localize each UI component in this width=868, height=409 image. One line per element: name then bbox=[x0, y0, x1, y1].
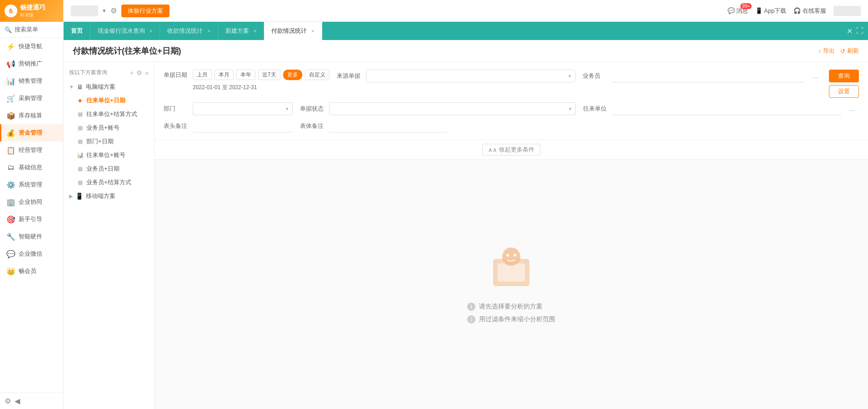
dept-select[interactable]: ▾ bbox=[193, 102, 293, 115]
staff-more-icon[interactable]: … bbox=[808, 72, 822, 80]
dept-filter-group: 部门 ▾ bbox=[164, 102, 293, 115]
sidebar-icon-wechat: 💬 bbox=[7, 250, 15, 258]
head-note-input[interactable] bbox=[193, 120, 293, 132]
desktop-section-arrow: ▼ bbox=[69, 84, 74, 90]
sidebar-item-member[interactable]: 👑 畅会员 bbox=[0, 263, 63, 280]
dept-label: 部门 bbox=[164, 105, 189, 113]
sidebar-icon-sales: 📊 bbox=[7, 77, 15, 85]
bank-flow-tab-label: 现金银行流水查询 bbox=[98, 27, 145, 35]
new-plan-tab-close[interactable]: × bbox=[254, 28, 256, 34]
sidebar-item-capital[interactable]: 💰 资金管理 bbox=[0, 124, 63, 141]
date-btn-this-month[interactable]: 本月 bbox=[215, 70, 234, 80]
plan-dept-date[interactable]: ▦ 部门+日期 bbox=[64, 135, 154, 148]
sidebar-item-inventory[interactable]: 📦 库存核算 bbox=[0, 107, 63, 124]
date-btn-this-year[interactable]: 本年 bbox=[236, 70, 255, 80]
collapse-arrow-icon: ∧∧ bbox=[488, 146, 497, 153]
sidebar-item-system[interactable]: ⚙️ 系统管理 bbox=[0, 176, 63, 193]
sidebar-icon-marketing: 📢 bbox=[7, 60, 15, 68]
mobile-section-label: 移动端方案 bbox=[86, 192, 115, 200]
header-settings-icon[interactable]: ⚙ bbox=[110, 6, 117, 15]
source-select[interactable]: ▾ bbox=[366, 70, 576, 82]
sidebar-icon-basic-info: 🗂 bbox=[7, 163, 15, 172]
body-note-input[interactable] bbox=[329, 120, 447, 132]
collapse-sidebar-icon[interactable]: ◀ bbox=[15, 397, 20, 405]
source-select-chevron: ▾ bbox=[569, 73, 571, 79]
plan-partner-account[interactable]: 📊 往来单位+账号 bbox=[64, 148, 154, 162]
sidebar-item-basic-info[interactable]: 🗂 基础信息 bbox=[0, 159, 63, 176]
sidebar-item-guide[interactable]: 🎯 新手引导 bbox=[0, 211, 63, 228]
settings-footer-icon[interactable]: ⚙ bbox=[5, 397, 11, 405]
sidebar-item-sales[interactable]: 📊 销售管理 bbox=[0, 72, 63, 90]
sidebar-item-operation[interactable]: 📋 经营管理 bbox=[0, 141, 63, 159]
online-service-btn[interactable]: 🎧 在线客服 bbox=[793, 7, 826, 15]
export-icon: ↑ bbox=[818, 48, 822, 55]
sidebar-item-quick-nav[interactable]: ⚡ 快捷导航 bbox=[0, 38, 63, 55]
tab-home[interactable]: 首页 bbox=[64, 22, 90, 40]
refresh-btn[interactable]: ↺ 刷新 bbox=[840, 47, 859, 55]
collapse-plan-icon[interactable]: « bbox=[145, 69, 149, 76]
sidebar-icon-enterprise: 🏢 bbox=[7, 198, 15, 206]
partner-more-icon[interactable]: … bbox=[845, 105, 859, 113]
sidebar-item-wechat[interactable]: 💬 企业微信 bbox=[0, 245, 63, 263]
voucher-status-select[interactable]: ▾ bbox=[329, 102, 576, 115]
user-avatar[interactable] bbox=[833, 6, 861, 16]
bank-flow-tab-close[interactable]: × bbox=[150, 28, 152, 34]
tab-new-plan[interactable]: 新建方案 × bbox=[218, 22, 264, 40]
query-btn[interactable]: 查询 bbox=[829, 70, 859, 82]
plan-partner-date[interactable]: ● 往来单位+日期 bbox=[64, 94, 154, 107]
staff-label: 业务员 bbox=[583, 72, 608, 80]
app-download-label: App下载 bbox=[764, 7, 786, 14]
date-btn-last-month[interactable]: 上月 bbox=[193, 70, 212, 80]
sidebar-label-operation: 经营管理 bbox=[19, 146, 42, 154]
mobile-section-header[interactable]: ▶ 📱 移动端方案 bbox=[64, 189, 154, 203]
date-btn-custom[interactable]: 自定义 bbox=[305, 70, 329, 80]
voucher-status-chevron: ▾ bbox=[569, 106, 572, 112]
date-btn-last-7days[interactable]: 近7天 bbox=[258, 70, 280, 80]
plan-staff-account[interactable]: ▦ 业务员+账号 bbox=[64, 121, 154, 135]
desktop-section-header[interactable]: ▼ 🖥 电脑端方案 bbox=[64, 80, 154, 94]
step-num-2: 2 bbox=[467, 315, 475, 323]
partner-input[interactable] bbox=[612, 102, 842, 115]
company-dropdown-icon[interactable]: ▾ bbox=[103, 7, 106, 14]
plan-icon-6: ▦ bbox=[76, 179, 84, 186]
refresh-icon: ↺ bbox=[840, 48, 845, 55]
export-btn[interactable]: ↑ 导出 bbox=[818, 47, 835, 55]
sidebar-icon-purchase: 🛒 bbox=[7, 94, 15, 102]
expand-tab-btn[interactable]: ⛶ bbox=[856, 27, 863, 35]
trial-btn[interactable]: 体验行业方案 bbox=[121, 5, 170, 17]
svg-rect-1 bbox=[498, 263, 525, 282]
payment-stats-tab-close[interactable]: × bbox=[311, 28, 314, 34]
date-filter-row: 单据日期 上月 本月 本年 近7天 更多 自定义 bbox=[164, 70, 329, 80]
plan-icon-3: ▦ bbox=[76, 138, 84, 145]
close-tab-btn[interactable]: ✕ bbox=[847, 27, 853, 35]
search-menu-item[interactable]: 🔍 搜索菜单 bbox=[0, 22, 63, 38]
staff-input[interactable] bbox=[612, 70, 804, 82]
filter-row-2: 部门 ▾ 单据状态 ▾ 往来单位 bbox=[164, 102, 859, 115]
collapse-more-btn[interactable]: ∧∧ 收起更多条件 bbox=[482, 144, 540, 156]
sidebar-item-hardware[interactable]: 🔧 智能硬件 bbox=[0, 228, 63, 245]
dept-chevron: ▾ bbox=[286, 106, 289, 112]
schema-query-label: 按以下方案查询 bbox=[69, 69, 107, 76]
partner-label: 往来单位 bbox=[583, 105, 609, 113]
tab-bank-flow[interactable]: 现金银行流水查询 × bbox=[90, 22, 160, 40]
plan-staff-settle[interactable]: ▦ 业务员+结算方式 bbox=[64, 176, 154, 189]
date-btn-more[interactable]: 更多 bbox=[283, 70, 302, 80]
message-badge-container[interactable]: 💬 消息 99+ bbox=[728, 7, 748, 15]
sidebar-item-marketing[interactable]: 📢 营销推广 bbox=[0, 55, 63, 72]
plan-partner-settle[interactable]: ▦ 往来单位+结算方式 bbox=[64, 107, 154, 121]
plan-icon-4: 📊 bbox=[76, 151, 84, 159]
tabs-bar: 首页 现金银行流水查询 × 收款情况统计 × 新建方案 × 付款情况统计 × ✕… bbox=[64, 22, 868, 40]
sidebar-item-enterprise[interactable]: 🏢 企业协同 bbox=[0, 193, 63, 211]
settings-plan-icon[interactable]: ⚙ bbox=[136, 69, 142, 76]
source-label: 来源单据 bbox=[337, 72, 362, 80]
app-download-btn[interactable]: 📱 App下载 bbox=[755, 7, 786, 15]
receipt-stats-tab-close[interactable]: × bbox=[207, 28, 210, 34]
add-plan-icon[interactable]: + bbox=[130, 69, 134, 76]
tab-receipt-stats[interactable]: 收款情况统计 × bbox=[160, 22, 218, 40]
sidebar-item-purchase[interactable]: 🛒 采购管理 bbox=[0, 90, 63, 107]
sidebar-label-enterprise: 企业协同 bbox=[19, 198, 42, 206]
settings-btn[interactable]: 设置 bbox=[829, 85, 859, 98]
collapse-row: ∧∧ 收起更多条件 bbox=[155, 140, 868, 160]
tab-payment-stats[interactable]: 付款情况统计 × bbox=[264, 22, 322, 40]
plan-staff-date[interactable]: ▦ 业务员+日期 bbox=[64, 162, 154, 176]
